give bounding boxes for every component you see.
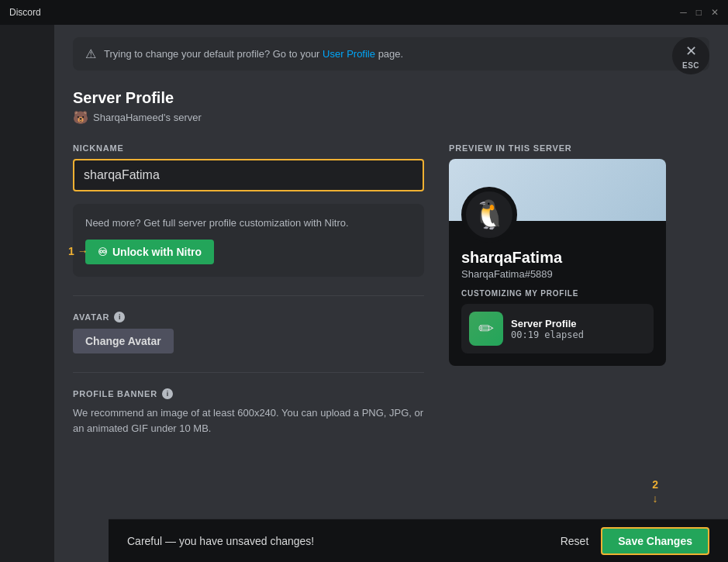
activity-icon: ✏ [469,312,503,346]
profile-banner-label-row: PROFILE BANNER i [73,388,424,399]
avatar-section: AVATAR i Change Avatar [73,312,424,353]
annotation-arrow-1: 1 → [68,245,88,257]
esc-button[interactable]: ✕ ESC [672,37,709,74]
nitro-promo-box: Need more? Get full server profile custo… [73,204,424,277]
main-wrapper: ⚠ Trying to change your default profile?… [0,25,728,562]
change-avatar-button[interactable]: Change Avatar [73,329,174,353]
divider-2 [73,372,424,373]
app-title: Discord [9,7,41,18]
window-controls: ─ □ ✕ [680,7,719,18]
activity-title: Server Profile [511,318,584,329]
user-profile-link[interactable]: User Profile [323,48,375,60]
preview-card-body: sharqaFatima SharqaFatima#5889 CUSTOMIZI… [449,221,666,366]
profile-banner-info-icon[interactable]: i [162,388,173,399]
avatar-label-row: AVATAR i [73,312,424,322]
activity-icon-glyph: ✏ [478,318,494,340]
save-changes-button[interactable]: Save Changes [601,527,709,555]
profile-banner-label: PROFILE BANNER [73,389,157,398]
annotation-1-label: 1 [68,245,74,257]
two-col-layout: NICKNAME Need more? Get full server prof… [73,143,666,448]
divider-1 [73,295,424,296]
activity-row: ✏ Server Profile 00:19 elapsed [461,304,654,353]
close-button[interactable]: ✕ [711,7,719,18]
unsaved-warning-text: Careful — you have unsaved changes! [127,535,314,547]
preview-username: sharqaFatima [461,249,654,267]
server-name: SharqaHameed's server [93,112,202,123]
minimize-button[interactable]: ─ [680,7,687,18]
page-title: Server Profile [73,89,666,107]
esc-label: ESC [682,61,699,70]
profile-banner-section: PROFILE BANNER i We recommend an image o… [73,388,424,436]
sidebar [0,25,54,562]
nitro-icon: ♾ [98,246,108,258]
activity-info: Server Profile 00:19 elapsed [511,318,584,340]
maximize-button[interactable]: □ [696,7,702,18]
avatar-label: AVATAR [73,312,109,322]
preview-card: 🐧 sharqaFatima SharqaFatima#5889 CUSTOMI… [449,159,666,366]
warning-icon: ⚠ [85,47,96,61]
preview-discriminator: SharqaFatima#5889 [461,268,654,280]
nickname-label: NICKNAME [73,143,424,153]
activity-elapsed: 00:19 elapsed [511,329,584,340]
nitro-promo-text: Need more? Get full server profile custo… [85,216,412,230]
bottom-bar-actions: Reset Save Changes [561,527,709,555]
avatar-info-icon[interactable]: i [114,312,125,322]
preview-avatar: 🐧 [461,187,517,243]
nickname-input[interactable] [73,159,424,191]
customizing-label: CUSTOMIZING MY PROFILE [461,289,654,298]
annotation-2-arrow: ↓ [653,492,658,505]
annotation-arrow-2: 2 ↓ [652,478,658,505]
preview-label: PREVIEW IN THIS SERVER [449,143,666,153]
bottom-bar: Careful — you have unsaved changes! Rese… [109,519,728,562]
title-bar: Discord ─ □ ✕ [0,0,728,25]
esc-x-icon: ✕ [685,43,697,60]
unlock-nitro-button[interactable]: ♾ Unlock with Nitro [85,240,214,264]
settings-area: ⚠ Trying to change your default profile?… [54,25,728,562]
unlock-nitro-label: Unlock with Nitro [112,246,202,258]
annotation-1-arrow: → [78,245,88,257]
profile-banner-description: We recommend an image of at least 600x24… [73,405,424,436]
server-emoji: 🐻 [73,110,88,125]
banner-text: Trying to change your default profile? G… [104,48,403,60]
server-name-row: 🐻 SharqaHameed's server [73,110,666,125]
annotation-2-label: 2 [652,478,658,491]
preview-section: PREVIEW IN THIS SERVER 🐧 sharqaFatima Sh… [449,143,666,448]
left-column: NICKNAME Need more? Get full server prof… [73,143,424,448]
reset-button[interactable]: Reset [561,535,589,547]
preview-card-banner: 🐧 [449,159,666,221]
page-content: Server Profile 🐻 SharqaHameed's server N… [54,71,728,562]
info-banner: ⚠ Trying to change your default profile?… [73,37,709,71]
